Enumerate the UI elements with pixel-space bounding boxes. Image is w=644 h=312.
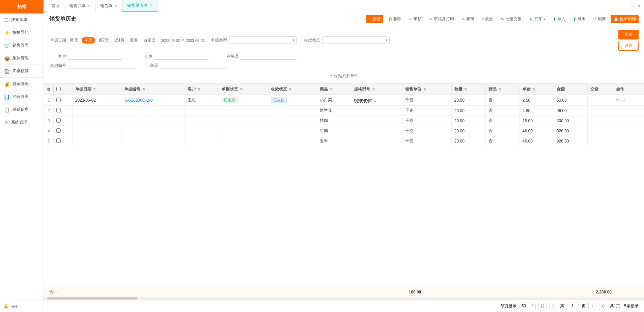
page-last-button[interactable]: ⟩⟩	[599, 302, 607, 310]
row-checkbox[interactable]	[54, 116, 73, 126]
sidebar-item-sys-mgmt[interactable]: ⚙ 系统管理	[0, 116, 44, 129]
sidebar-item-quick-nav[interactable]: ⚡ 快捷导航	[0, 26, 44, 39]
per-page-select[interactable]: 50 10 20 100	[519, 303, 536, 309]
delete-button[interactable]: 🗑 删除	[385, 15, 404, 23]
col-date[interactable]: 单据日期 ⇅	[72, 84, 121, 95]
cell-doc-no[interactable]: SA-20230602-0	[121, 95, 185, 106]
abandon-button[interactable]: ✕ 弃审	[459, 15, 477, 23]
customer-dots-icon[interactable]: ...	[124, 54, 128, 59]
col-qty[interactable]: 数量 ⇅	[451, 84, 485, 95]
audit-button[interactable]: ✓ 审核	[406, 15, 424, 23]
cell-action[interactable]	[613, 106, 644, 116]
sidebar-item-search-menu[interactable]: ☰ 搜索菜单	[0, 14, 44, 26]
sidebar-item-purchase-mgmt[interactable]: 📦 采购管理	[0, 52, 44, 65]
col-transaction[interactable]: 交货	[587, 84, 613, 95]
edit-action-icon[interactable]: ✎	[616, 98, 620, 103]
query-button[interactable]: 查询	[618, 30, 639, 40]
sidebar-item-finance-mgmt[interactable]: 💰 资金管理	[0, 78, 44, 90]
row-checkbox-input[interactable]	[56, 98, 61, 102]
col-unit[interactable]: 销售单位 ⇅	[402, 84, 452, 95]
sales-mgmt-icon: 🛒	[4, 43, 10, 48]
date-tag-7days[interactable]: 近7天	[96, 37, 111, 44]
print-button[interactable]: 🖨 打印 ▾	[526, 15, 548, 23]
collapse-button[interactable]: ∧ 收起更多条件	[329, 72, 360, 80]
date-tag-custom[interactable]: 自定义	[141, 37, 158, 44]
sidebar-item-sales-mgmt[interactable]: 🛒 销售管理	[0, 39, 44, 52]
tab-home[interactable]: 首页	[47, 0, 64, 12]
col-amount[interactable]: 金额	[554, 84, 587, 95]
audit-print-button[interactable]: ✓ 审核并打印	[426, 15, 457, 23]
scrollbar-track[interactable]	[44, 297, 644, 300]
cell-action[interactable]	[613, 126, 644, 136]
col-customer[interactable]: 客户 ⇅	[185, 84, 219, 95]
tab-sales-order[interactable]: 销售订单 ✕	[64, 0, 95, 12]
row-checkbox[interactable]	[54, 126, 73, 136]
row-checkbox-input[interactable]	[56, 118, 61, 123]
warehouse-input[interactable]	[155, 53, 208, 60]
row-checkbox[interactable]	[54, 106, 73, 116]
close-tab-sales-order-icon[interactable]: ✕	[87, 4, 90, 8]
page-next-button[interactable]: ⟩	[588, 302, 596, 310]
col-spec[interactable]: 规格型号 ⇅	[351, 84, 402, 95]
date-tag-more[interactable]: 更多	[128, 37, 140, 44]
page-first-button[interactable]: ⟨⟨	[538, 302, 547, 310]
select-all-checkbox[interactable]	[56, 87, 61, 91]
col-doc-no[interactable]: 单据编号 ⇅	[121, 84, 185, 95]
row-checkbox[interactable]	[54, 136, 73, 146]
col-price[interactable]: 单价 ⇅	[520, 84, 554, 95]
doc-no-link[interactable]: SA-20230602-0	[124, 98, 152, 103]
date-tag-yesterday[interactable]: 昨天	[68, 37, 80, 44]
cell-action[interactable]	[613, 136, 644, 146]
date-tag-1month[interactable]: 近1月	[112, 37, 127, 44]
col-doc-status[interactable]: 单据状态 ⇅	[219, 84, 268, 95]
sidebar-item-inventory-calc[interactable]: 🏠 库存核算	[0, 65, 44, 78]
collapse-sidebar-icon[interactable]: ◀◀	[11, 304, 17, 309]
salesman-input[interactable]	[241, 53, 295, 60]
refresh-button[interactable]: ↺ 刷新	[590, 15, 609, 23]
window-minimize-icon[interactable]: ─	[631, 3, 635, 9]
close-tab-sales-delivery-icon[interactable]: ✕	[114, 4, 117, 8]
page-prev-button[interactable]: ⟨	[549, 302, 557, 310]
customer-input[interactable]	[68, 53, 122, 60]
goods-dots-icon[interactable]: ...	[229, 63, 233, 68]
col-checkbox[interactable]	[54, 84, 73, 95]
row-checkbox-input[interactable]	[56, 128, 61, 133]
close-tab-history-icon[interactable]: ✕	[149, 3, 152, 8]
import-button[interactable]: ⬇ 导入	[550, 15, 568, 23]
goods-input[interactable]	[160, 62, 227, 69]
sidebar-item-ops-mgmt[interactable]: 📊 经营管理	[0, 90, 44, 103]
cell-doc-no[interactable]	[121, 126, 185, 136]
tab-sales-delivery[interactable]: 销货单 ✕	[95, 0, 122, 12]
col-pay-status[interactable]: 收款状态 ⇅	[268, 84, 317, 95]
batch-change-button[interactable]: ✎ 批量变更	[498, 15, 524, 23]
more-action-icon[interactable]: ⋯	[621, 98, 625, 103]
sidebar-item-basic-info[interactable]: 📋 基础信息	[0, 103, 44, 116]
cell-action[interactable]: ✎⋯	[613, 95, 644, 106]
cell-unit: 千克	[402, 106, 452, 116]
notification-icon[interactable]: 🔔	[3, 304, 8, 309]
pay-status-select[interactable]	[322, 36, 390, 44]
export-button[interactable]: ⬆ 导出	[570, 15, 588, 23]
collect-button[interactable]: ¥ 收款	[479, 15, 496, 23]
cell-doc-no[interactable]	[121, 106, 185, 116]
warehouse-dots-icon[interactable]: ...	[211, 54, 214, 59]
salesman-dots-icon[interactable]: ...	[297, 54, 300, 59]
tab-sales-delivery-history[interactable]: 销货单历史 ✕	[122, 0, 158, 12]
cell-doc-no[interactable]	[121, 116, 185, 126]
col-settings[interactable]: ⚙	[44, 84, 54, 95]
doc-type-select[interactable]	[229, 36, 297, 44]
date-tag-today[interactable]: 今天	[82, 37, 95, 44]
window-close-icon[interactable]: ✕	[637, 3, 641, 9]
row-checkbox[interactable]	[54, 95, 73, 106]
row-checkbox-input[interactable]	[56, 138, 61, 143]
settings-button[interactable]: 设置	[618, 41, 639, 51]
show-detail-button[interactable]: 📋 显示明细	[611, 15, 639, 23]
row-checkbox-input[interactable]	[56, 108, 61, 112]
doc-no-input[interactable]	[68, 62, 136, 69]
cell-action[interactable]	[613, 116, 644, 126]
col-goods[interactable]: 商品 ⇅	[317, 84, 351, 95]
col-gift[interactable]: 赠品 ⇅	[485, 84, 520, 95]
cell-doc-no[interactable]	[121, 136, 185, 146]
new-button[interactable]: + 新增	[366, 15, 383, 23]
page-number-input[interactable]	[567, 303, 579, 309]
